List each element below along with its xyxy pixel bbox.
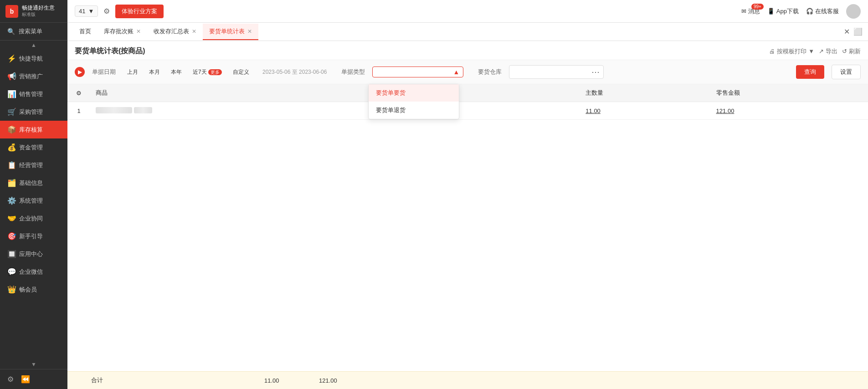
nav-icon-operation: 📋 [7,161,15,169]
filter-bar: ▶ 单据日期 上月 本月 本年 近7天 更多 自定义 2023-05-06 至 … [67,60,868,84]
sidebar-item-member[interactable]: 👑畅会员 [0,281,67,298]
nav-label-purchase: 采购管理 [19,108,43,116]
dropdown-item-order-return[interactable]: 要货单退货 [369,102,459,119]
app-name: 畅捷通好生意 [22,5,55,12]
data-table-wrap: ⚙ 商品 主计量单位 主数量 零售金额 1 块 11.00 121.00 [67,84,868,371]
nav-icon-finance: 💰 [7,143,15,152]
sidebar-scroll-up[interactable]: ▲ [0,41,67,50]
sidebar-item-wechat[interactable]: 💬企业微信 [0,263,67,281]
tab-inventory-batch-close[interactable]: ✕ [136,28,141,35]
app-download-label: App下载 [776,7,799,15]
main-content: 41 ▼ ⚙ 体验行业方案 ✉ 消息 99+ 📱 App下载 🎧 在线客服 [67,0,868,389]
app-logo: b 畅捷通好生意 标准版 [0,0,67,23]
nav-label-quick-nav: 快捷导航 [19,55,43,63]
close-tabs-icon[interactable]: ✕ [844,27,850,36]
date-custom[interactable]: 自定义 [229,67,253,78]
type-text-field[interactable] [376,69,453,76]
nav-label-guide: 新手引导 [19,232,43,241]
user-avatar[interactable] [846,4,861,19]
col-goods: 商品 [90,84,396,102]
table-footer: 合计 11.00 121.00 [67,371,868,389]
table-row: 1 块 11.00 121.00 [67,102,868,120]
nav-label-basic: 基础信息 [19,179,43,187]
search-menu[interactable]: 🔍 搜索菜单 [0,23,67,41]
sidebar-item-finance[interactable]: 💰资金管理 [0,138,67,156]
tab-inventory-batch-label: 库存批次账 [104,27,134,36]
app-sub: 标准版 [22,11,55,18]
sidebar-item-system[interactable]: ⚙️系统管理 [0,192,67,210]
dropdown-item-order-goods[interactable]: 要货单要货 [369,84,459,102]
type-chevron-icon[interactable]: ▲ [453,68,460,76]
print-label: 按模板打印 [777,47,806,56]
gear-icon[interactable]: ⚙ [103,7,110,15]
header-right: ✉ 消息 99+ 📱 App下载 🎧 在线客服 [741,4,861,19]
type-label: 单据类型 [341,68,365,76]
online-service-label: 在线客服 [815,7,839,15]
warehouse-input[interactable]: ⋯ [509,65,604,79]
page-header: 要货单统计表(按商品) 🖨 按模板打印 ▼ ↗ 导出 ↺ 刷新 [67,41,868,60]
footer-total-label: 合计 [73,376,264,384]
cell-amount: 121.00 [711,102,868,120]
tab-inventory-batch[interactable]: 库存批次账 ✕ [98,24,147,40]
nav-label-operation: 经营管理 [19,161,43,169]
tab-receive-summary[interactable]: 收发存汇总表 ✕ [147,24,203,40]
refresh-label: 刷新 [849,47,861,56]
sidebar-scroll-down[interactable]: ▼ [0,360,67,369]
tab-receive-summary-close[interactable]: ✕ [192,28,196,35]
data-table: ⚙ 商品 主计量单位 主数量 零售金额 1 块 11.00 121.00 [67,84,868,120]
export-button[interactable]: ↗ 导出 [819,47,837,56]
sidebar-item-appstore[interactable]: 🔲应用中心 [0,245,67,263]
print-button[interactable]: 🖨 按模板打印 ▼ [769,47,814,56]
col-settings[interactable]: ⚙ [67,84,90,102]
sidebar-item-purchase[interactable]: 🛒采购管理 [0,103,67,121]
date-prev-month[interactable]: 上月 [123,67,142,78]
messages-button[interactable]: ✉ 消息 99+ [741,7,760,15]
warehouse-more-icon[interactable]: ⋯ [591,67,600,77]
export-icon: ↗ [819,48,824,55]
sidebar-item-enterprise[interactable]: 🤝企业协同 [0,210,67,227]
industry-button[interactable]: 体验行业方案 [115,5,164,18]
sidebar-item-quick-nav[interactable]: ⚡快捷导航 [0,50,67,67]
nav-icon-purchase: 🛒 [7,107,15,116]
date-label: 单据日期 [92,68,116,76]
search-label: 搜索菜单 [19,27,42,36]
collapse-icon[interactable]: ⏪ [21,375,30,384]
page-actions: 🖨 按模板打印 ▼ ↗ 导出 ↺ 刷新 [769,47,861,56]
filter-toggle-button[interactable]: ▶ [75,67,85,77]
sidebar-item-inventory[interactable]: 📦库存核算 [0,121,67,138]
export-label: 导出 [826,47,837,56]
tab-order-stats[interactable]: 要货单统计表 ✕ [203,24,258,40]
maximize-icon[interactable]: ⬜ [853,27,863,36]
sidebar-item-basic[interactable]: 🗂️基础信息 [0,174,67,192]
date-this-year[interactable]: 本年 [167,67,186,78]
app-download-button[interactable]: 📱 App下载 [767,7,799,15]
settings-button[interactable]: 设置 [832,65,861,79]
headset-icon: 🎧 [806,8,813,15]
tab-home[interactable]: 首页 [73,24,98,40]
store-selector[interactable]: 41 ▼ [75,5,98,17]
nav-label-inventory: 库存核算 [19,126,43,134]
date-buttons: 上月 本月 本年 近7天 更多 自定义 [123,67,253,78]
sidebar-item-guide[interactable]: 🎯新手引导 [0,227,67,245]
online-service-button[interactable]: 🎧 在线客服 [806,7,839,15]
tab-order-stats-label: 要货单统计表 [209,27,245,36]
sidebar-item-marketing[interactable]: 📢营销推广 [0,67,67,85]
tab-order-stats-close[interactable]: ✕ [247,28,252,35]
date-range: 2023-05-06 至 2023-06-06 [262,68,327,76]
refresh-button[interactable]: ↺ 刷新 [842,47,861,56]
nav-icon-sales: 📊 [7,90,15,98]
nav-icon-basic: 🗂️ [7,179,15,187]
nav-label-wechat: 企业微信 [19,268,43,276]
settings-icon[interactable]: ⚙ [7,375,14,384]
date-this-month[interactable]: 本月 [145,67,164,78]
warehouse-text-field[interactable] [513,69,590,76]
type-input[interactable]: ▲ [372,67,463,77]
nav-icon-member: 👑 [7,285,15,294]
sidebar-item-operation[interactable]: 📋经营管理 [0,156,67,174]
page-content: 要货单统计表(按商品) 🖨 按模板打印 ▼ ↗ 导出 ↺ 刷新 ▶ [67,41,868,389]
sidebar-item-sales[interactable]: 📊销售管理 [0,85,67,103]
search-icon: 🔍 [7,28,15,35]
query-button[interactable]: 查询 [796,65,824,79]
date-last-7days[interactable]: 近7天 更多 [189,67,226,78]
type-dropdown: 要货单要货 要货单退货 [368,84,459,119]
